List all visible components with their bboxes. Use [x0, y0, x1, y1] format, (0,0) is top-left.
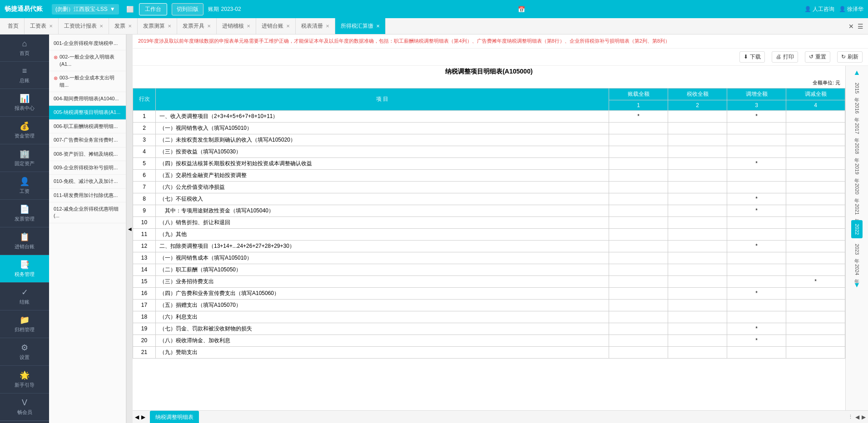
- cell-f[interactable]: [786, 240, 845, 252]
- cell-e[interactable]: [727, 134, 786, 146]
- year-up-button[interactable]: ▲: [852, 67, 862, 78]
- cell-f[interactable]: [786, 193, 845, 205]
- cell-d[interactable]: [668, 157, 727, 169]
- user-info[interactable]: 👤 徐泽华: [839, 5, 863, 13]
- tab-ledger-close[interactable]: ✕: [286, 24, 290, 29]
- scroll-left-button[interactable]: ◀: [855, 414, 859, 420]
- cell-c[interactable]: [609, 146, 668, 157]
- year-2019[interactable]: 2019年: [851, 160, 863, 178]
- cell-e[interactable]: *: [727, 334, 786, 346]
- cell-f[interactable]: [786, 334, 845, 346]
- cell-d[interactable]: [668, 323, 727, 334]
- cell-c[interactable]: [609, 157, 668, 169]
- sheet-next-button[interactable]: ▶: [141, 414, 145, 420]
- sidebar-item-archive[interactable]: 📁 归档管理: [0, 310, 49, 338]
- cell-c[interactable]: [609, 311, 668, 323]
- cell-e[interactable]: [727, 346, 786, 358]
- cell-d[interactable]: [668, 311, 727, 323]
- tab-audit-close[interactable]: ✕: [247, 24, 250, 29]
- sub-nav-010[interactable]: 010-免税、减计收入及加计...: [49, 175, 126, 188]
- cell-f[interactable]: [786, 146, 845, 157]
- sidebar-item-settings[interactable]: ⚙ 设置: [0, 338, 49, 366]
- cell-f[interactable]: [786, 122, 845, 134]
- cell-c[interactable]: [609, 346, 668, 358]
- print-button[interactable]: 🖨 打印: [772, 51, 798, 63]
- cell-e[interactable]: *: [727, 323, 786, 334]
- cell-d[interactable]: [668, 122, 727, 134]
- cell-f[interactable]: [786, 311, 845, 323]
- cell-d[interactable]: [668, 252, 727, 264]
- company-selector[interactable]: (勿删）江西股宝-LSS ▼: [52, 4, 119, 15]
- sidebar-item-vip[interactable]: V 畅会员: [0, 393, 49, 421]
- cell-c[interactable]: [609, 240, 668, 252]
- sheet-prev-button[interactable]: ◀: [135, 414, 139, 420]
- cell-d[interactable]: [668, 181, 727, 193]
- cell-c[interactable]: [609, 228, 668, 240]
- cell-f[interactable]: [786, 323, 845, 334]
- cell-e[interactable]: [727, 122, 786, 134]
- cell-e[interactable]: [727, 146, 786, 157]
- sheet-tab-main[interactable]: 纳税调整明细表: [150, 411, 199, 423]
- cell-e[interactable]: [727, 311, 786, 323]
- cell-f[interactable]: [786, 181, 845, 193]
- tab-income-tax[interactable]: 所得税汇算缴 ✕: [335, 18, 386, 34]
- cell-f[interactable]: [786, 252, 845, 264]
- year-2020[interactable]: 2020年: [851, 180, 863, 198]
- sidebar-item-payroll[interactable]: 👤 工资: [0, 172, 49, 200]
- cell-e[interactable]: *: [727, 193, 786, 205]
- cell-d[interactable]: [668, 264, 727, 275]
- cell-e[interactable]: *: [727, 287, 786, 299]
- sidebar-item-home[interactable]: ⌂ 首页: [0, 34, 49, 62]
- cell-d[interactable]: [668, 110, 727, 122]
- sidebar-item-general-ledger[interactable]: ≡ 总账: [0, 62, 49, 89]
- cell-e[interactable]: [727, 299, 786, 311]
- cell-d[interactable]: [668, 275, 727, 287]
- tab-invoice-open[interactable]: 发票开具 ✕: [177, 18, 217, 34]
- cell-f[interactable]: [786, 169, 845, 181]
- cell-c[interactable]: [609, 323, 668, 334]
- cell-f[interactable]: [786, 216, 845, 228]
- cell-d[interactable]: [668, 299, 727, 311]
- cell-d[interactable]: [668, 146, 727, 157]
- cell-c[interactable]: [609, 252, 668, 264]
- year-2016[interactable]: 2016年: [851, 99, 863, 117]
- cell-e[interactable]: [727, 228, 786, 240]
- cell-c[interactable]: [609, 193, 668, 205]
- cell-f[interactable]: [786, 134, 845, 146]
- cell-e[interactable]: *: [727, 157, 786, 169]
- cell-d[interactable]: [668, 205, 727, 216]
- cell-c[interactable]: *: [609, 110, 668, 122]
- year-down-button[interactable]: ▼: [852, 280, 862, 290]
- cell-e[interactable]: [727, 252, 786, 264]
- cell-c[interactable]: [609, 169, 668, 181]
- sidebar-item-assets[interactable]: 🏢 固定资产: [0, 144, 49, 172]
- sub-nav-008[interactable]: 008-资产折旧、摊销及纳税...: [49, 148, 126, 161]
- sidebar-item-purchase-sales[interactable]: 📋 进销台账: [0, 227, 49, 255]
- cell-c[interactable]: [609, 287, 668, 299]
- cell-d[interactable]: [668, 169, 727, 181]
- cell-e[interactable]: [727, 169, 786, 181]
- cell-f[interactable]: [786, 157, 845, 169]
- sub-nav-002[interactable]: ⊗ 002-一般企业收入明细表(A1...: [49, 50, 126, 71]
- tab-home[interactable]: 首页: [2, 18, 25, 34]
- refresh-button[interactable]: ↻ 刷新: [837, 51, 863, 63]
- sub-nav-007[interactable]: 007-广告费和业务宣传费时...: [49, 133, 126, 147]
- cell-d[interactable]: [668, 240, 727, 252]
- sub-nav-003[interactable]: ⊗ 003-一般企业成本支出明细...: [49, 71, 126, 92]
- sidebar-item-tax-mgmt[interactable]: 📑 税务管理: [0, 255, 49, 283]
- tab-menu-button[interactable]: ☰: [858, 23, 863, 30]
- cell-c[interactable]: [609, 334, 668, 346]
- cell-c[interactable]: [609, 181, 668, 193]
- year-2022[interactable]: 2022年: [851, 220, 863, 238]
- sidebar-item-reports[interactable]: 📊 报表中心: [0, 89, 49, 117]
- tab-invoice[interactable]: 发票 ✕: [109, 18, 138, 34]
- tab-invoice-calc[interactable]: 发票测算 ✕: [138, 18, 177, 34]
- cell-c[interactable]: [609, 122, 668, 134]
- scroll-right-button[interactable]: ▶: [862, 414, 866, 420]
- cell-d[interactable]: [668, 228, 727, 240]
- cell-e[interactable]: [727, 275, 786, 287]
- sub-nav-009[interactable]: 009-企业所得税弥补亏损明...: [49, 161, 126, 175]
- year-2024[interactable]: 2024年: [851, 261, 863, 279]
- tab-audit[interactable]: 进销稽核 ✕: [217, 18, 256, 34]
- sub-nav-012[interactable]: 012-减免企业所得税优惠明细(...: [49, 202, 126, 223]
